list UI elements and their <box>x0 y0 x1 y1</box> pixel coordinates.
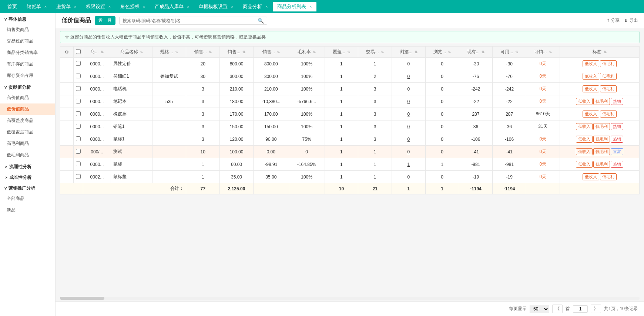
browse1-column-header[interactable]: 浏览... ⇅ <box>392 47 426 58</box>
available-column-header[interactable]: 可用... ⇅ <box>493 47 526 58</box>
gross-margin-column-header[interactable]: 毛利率 ⇅ <box>289 47 325 58</box>
tags-column-header[interactable]: 标签 ⇅ <box>560 47 639 58</box>
row-checkbox[interactable] <box>74 58 83 70</box>
sidebar-item-capital[interactable]: 库存资金占用 <box>0 70 55 81</box>
settings-icon[interactable]: ⚙ <box>65 50 69 55</box>
last-page-button[interactable]: 》 <box>591 305 601 313</box>
select-all-checkbox[interactable] <box>76 49 81 54</box>
current-page-input[interactable] <box>573 305 588 313</box>
sales-price-column-header[interactable]: 销售... ⇅ <box>220 47 254 58</box>
horizontal-scrollbar[interactable] <box>60 297 640 300</box>
checkbox-column-header[interactable] <box>74 47 83 58</box>
sidebar-item-traded[interactable]: 交易过的商品 <box>0 35 55 47</box>
nav-home[interactable]: 首页 <box>3 2 21 11</box>
row-checkbox[interactable] <box>74 70 83 83</box>
row-checkbox[interactable] <box>74 108 83 120</box>
browse2-column-header[interactable]: 浏览... ⇅ <box>425 47 459 58</box>
close-permissions-icon[interactable]: × <box>108 4 111 9</box>
search-input[interactable] <box>123 18 255 23</box>
browse1-link[interactable]: 0 <box>407 74 410 79</box>
group-contribution[interactable]: ∨ 贡献值分析 <box>0 81 55 92</box>
row-checkbox[interactable] <box>74 95 83 108</box>
sidebar-item-high-margin[interactable]: 高毛利商品 <box>0 138 55 149</box>
row-sales-qty: 3 <box>186 108 220 120</box>
sidebar-item-low-coverage[interactable]: 低覆盖度商品 <box>0 126 55 138</box>
sidebar-item-sales-products[interactable]: 销售类商品 <box>0 24 55 35</box>
group-growth[interactable]: ＞ 成长性分析 <box>0 171 55 182</box>
sidebar-item-low-value[interactable]: 低价值商品 <box>0 103 55 115</box>
row-checkbox[interactable] <box>74 171 83 183</box>
search-icon[interactable]: 🔍 <box>258 18 264 24</box>
group-overall[interactable]: ∨ 整体信息 <box>0 13 55 24</box>
group-marketing[interactable]: ∨ 营销推广分析 <box>0 182 55 193</box>
sales-amount-column-header[interactable]: 销售... ⇅ <box>253 47 289 58</box>
spec-column-header[interactable]: 规格... ⇅ <box>152 47 186 58</box>
row-checkbox-input[interactable] <box>76 61 81 66</box>
nav-sales[interactable]: 销货单 × <box>22 2 51 11</box>
browse1-link[interactable]: 0 <box>407 112 410 117</box>
row-checkbox-input[interactable] <box>76 99 81 103</box>
export-button[interactable]: ⬇ 导出 <box>624 17 638 24</box>
nav-template[interactable]: 单据模板设置 × <box>194 2 238 11</box>
sidebar-item-category-rate[interactable]: 商品分类销售率 <box>0 47 55 58</box>
close-roles-icon[interactable]: × <box>143 4 145 9</box>
row-sales-qty: 1 <box>186 158 220 171</box>
row-checkbox-input[interactable] <box>76 74 81 78</box>
browse1-link[interactable]: 0 <box>407 86 410 92</box>
close-analysis-icon[interactable]: × <box>265 4 268 9</box>
close-template-icon[interactable]: × <box>231 4 233 9</box>
browse1-link[interactable]: 0 <box>407 149 410 154</box>
nav-product-in[interactable]: 产成品入库单 × <box>150 2 194 11</box>
coverage-column-header[interactable]: 覆盖... ⇅ <box>325 47 358 58</box>
name-column-header[interactable]: 商品名称 ⇅ <box>111 47 152 58</box>
row-checkbox-input[interactable] <box>76 111 81 116</box>
close-analysis-list-icon[interactable]: × <box>309 4 312 9</box>
row-checkbox-input[interactable] <box>76 149 81 154</box>
sales-qty-column-header[interactable]: 销售... ⇅ <box>186 47 220 58</box>
row-checkbox-input[interactable] <box>76 124 81 129</box>
row-checkbox[interactable] <box>74 146 83 158</box>
sidebar-item-inventory[interactable]: 有库存的商品 <box>0 58 55 70</box>
time-filter-button[interactable]: 近一月 <box>95 16 115 25</box>
close-purchase-icon[interactable]: × <box>74 4 76 9</box>
per-page-select[interactable]: 50 100 200 <box>530 305 549 313</box>
row-checkbox-input[interactable] <box>76 86 81 91</box>
sidebar-item-low-margin[interactable]: 低毛利商品 <box>0 149 55 161</box>
current-column-header[interactable]: 现有... ⇅ <box>459 47 493 58</box>
row-checkbox[interactable] <box>74 120 83 133</box>
code-column-header[interactable]: 商... ⇅ <box>83 47 111 58</box>
row-checkbox-input[interactable] <box>76 174 81 179</box>
row-checkbox-input[interactable] <box>76 136 81 141</box>
sidebar-item-high-value[interactable]: 高价值商品 <box>0 92 55 103</box>
browse1-link[interactable]: 0 <box>407 61 410 67</box>
sidebar-item-high-coverage[interactable]: 高覆盖度商品 <box>0 115 55 126</box>
browse1-link[interactable]: 0 <box>407 124 410 129</box>
group-circulation[interactable]: ＞ 流通性分析 <box>0 161 55 171</box>
first-page-button[interactable]: 《 <box>552 305 563 313</box>
browse1-link[interactable]: 1 <box>407 162 410 167</box>
browse1-link[interactable]: 0 <box>407 99 410 104</box>
row-tags: 低收入低毛利热销 <box>560 158 639 171</box>
row-checkbox[interactable] <box>74 158 83 171</box>
transaction-column-header[interactable]: 交易... ⇅ <box>358 47 392 58</box>
close-product-in-icon[interactable]: × <box>187 4 189 9</box>
total-transaction: 21 <box>358 183 392 194</box>
row-browse1: 0 <box>392 171 426 183</box>
saleable-column-header[interactable]: 可销... ⇅ <box>526 47 560 58</box>
share-button[interactable]: ⤴ 分享 <box>607 17 620 24</box>
sidebar-item-all-products[interactable]: 全部商品 <box>0 193 55 204</box>
scroll-thumb[interactable] <box>60 297 104 300</box>
row-checkbox[interactable] <box>74 133 83 146</box>
nav-analysis[interactable]: 商品分析 × <box>238 2 272 11</box>
row-checkbox-input[interactable] <box>76 162 81 166</box>
nav-purchase[interactable]: 进货单 × <box>52 2 81 11</box>
settings-column-header[interactable]: ⚙ <box>60 47 74 58</box>
nav-roles[interactable]: 角色授权 × <box>116 2 150 11</box>
nav-analysis-list[interactable]: 商品分析列表 × <box>273 2 316 11</box>
browse1-link[interactable]: 0 <box>407 174 410 180</box>
browse1-link[interactable]: 0 <box>407 137 410 142</box>
sidebar-item-new-products[interactable]: 新品 <box>0 204 55 216</box>
row-checkbox[interactable] <box>74 83 83 95</box>
nav-permissions[interactable]: 权限设置 × <box>81 2 115 11</box>
close-sales-icon[interactable]: × <box>44 4 47 9</box>
